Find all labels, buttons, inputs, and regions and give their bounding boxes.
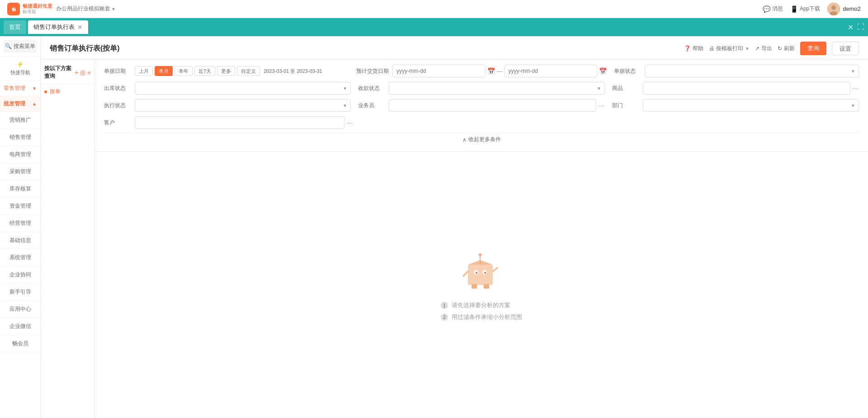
help-icon: ❓ [684,45,691,52]
search-menu-button[interactable]: 🔍 搜索菜单 [4,40,37,52]
scheme-dot [44,90,47,93]
message-icon: 💬 [763,5,770,13]
scheme-header: 按以下方案查询 + ◎ « [41,63,94,84]
svg-rect-5 [468,265,493,285]
collapse-scheme-icon[interactable]: « [87,69,91,76]
dept-label: 部门 [612,102,639,109]
doc-status-select[interactable] [645,65,859,77]
customer-more-icon[interactable]: ··· [346,119,353,126]
logo[interactable]: 畅 畅捷通好生意 标准版 [7,3,52,15]
sidebar-item-ecommerce[interactable]: 电商管理 [0,146,40,163]
tab-bar-right: ✕ ⛶ [848,23,864,32]
quick-date-custom[interactable]: 自定义 [237,66,260,76]
expected-date-range: 📅 — 📅 [392,65,607,77]
receipt-status-select-wrapper: ▼ [389,82,605,95]
logo-icon: 畅 [7,3,20,15]
svg-point-3 [831,5,836,10]
data-area: 按以下方案查询 + ◎ « 按单 [41,59,868,418]
message-action[interactable]: 💬 消息 [763,5,783,13]
out-status-select[interactable] [135,82,351,95]
quick-date-7days[interactable]: 近7天 [194,66,215,76]
salesperson-input[interactable] [389,99,596,112]
expected-date-from[interactable] [392,65,486,77]
empty-tip-2: 2 用过滤条件来缩小分析范围 [441,313,522,321]
empty-state-area: 1 请先选择要分析的方案 2 用过滤条件来缩小分析范围 [95,152,868,418]
sidebar-item-inventory[interactable]: 库存核算 [0,180,40,198]
sidebar-item-system[interactable]: 系统管理 [0,249,40,266]
quick-date-this-month[interactable]: 本月 [155,66,173,76]
exec-status-select[interactable] [135,99,351,112]
svg-point-11 [479,253,481,256]
tab-home[interactable]: 首页 [4,20,26,34]
doc-status-label: 单据状态 [614,67,641,75]
user-area[interactable]: demo2 [827,3,861,15]
empty-illustration [459,249,504,294]
tab-expand-icon[interactable]: ⛶ [857,23,864,31]
search-icon: 🔍 [5,43,12,49]
salesperson-more-icon[interactable]: ··· [598,102,605,109]
query-button[interactable]: 查询 [800,42,826,55]
svg-point-8 [476,272,477,274]
sidebar-item-enterprise[interactable]: 企业协同 [0,266,40,284]
tab-sales-order[interactable]: 销售订单执行表 ✕ [28,20,88,34]
chevron-up-icon: ▲ [32,101,37,106]
quick-date-last-month[interactable]: 上月 [135,66,153,76]
print-chevron-icon: ▼ [745,46,750,51]
sidebar-item-business[interactable]: 经营管理 [0,215,40,232]
add-scheme-icon[interactable]: + [75,69,78,76]
quick-date-buttons: 上月 本月 本年 近7天 更多 自定义 [135,66,260,76]
doc-status-select-wrapper: ▼ [645,65,859,77]
receipt-status-select[interactable] [389,82,605,95]
expected-date-to[interactable] [505,65,598,77]
goods-input[interactable] [643,82,850,95]
tab-close-window-icon[interactable]: ✕ [848,23,854,32]
out-status-label: 出库状态 [104,85,131,92]
print-icon: 🖨 [709,45,714,52]
goods-more-icon[interactable]: ··· [852,85,859,92]
sidebar-item-sales[interactable]: 销售管理 [0,129,40,146]
print-button[interactable]: 🖨 按模板打印 ▼ [709,45,750,52]
sidebar-item-appstore[interactable]: 应用中心 [0,301,40,318]
top-header: 畅 畅捷通好生意 标准版 办公用品行业模拟账套 ▾ 💬 消息 📱 App下载 [0,0,868,18]
sidebar-item-purchase[interactable]: 采购管理 [0,163,40,180]
data-scroll: 单据日期 上月 本月 本年 近7天 更多 自定义 20 [95,59,868,418]
sidebar-item-member[interactable]: 畅会员 [0,335,40,352]
svg-rect-14 [472,284,477,289]
goods-label: 商品 [612,85,639,92]
app-download-action[interactable]: 📱 App下载 [790,5,820,13]
help-button[interactable]: ❓ 帮助 [684,45,703,52]
refresh-icon: ↻ [778,45,782,52]
copy-scheme-icon[interactable]: ◎ [80,69,85,76]
customer-label: 客户 [104,119,131,127]
sidebar-item-finance[interactable]: 资金管理 [0,198,40,215]
sidebar-item-newuser[interactable]: 新手引导 [0,284,40,301]
calendar-to-icon[interactable]: 📅 [599,67,607,75]
logo-text: 畅捷通好生意 标准版 [23,3,52,14]
collapse-more-conditions[interactable]: ∧ 收起更多条件 [104,133,859,146]
sidebar-item-quick-nav[interactable]: ⚡ 快捷导航 [0,57,40,81]
chevron-down-icon: ▼ [32,86,37,91]
sidebar-item-retail[interactable]: 零售管理 ▼ [0,81,40,96]
tip-num-1: 1 [441,302,448,309]
quick-date-this-year[interactable]: 本年 [175,66,193,76]
tab-close-icon[interactable]: ✕ [77,24,83,30]
export-button[interactable]: ↗ 导出 [755,45,772,52]
date-label: 单据日期 [104,67,131,75]
refresh-button[interactable]: ↻ 刷新 [778,45,795,52]
sidebar-item-wechat[interactable]: 企业微信 [0,318,40,335]
sidebar-search-area: 🔍 搜索菜单 [0,36,40,57]
dept-select[interactable] [643,99,859,112]
svg-text:畅: 畅 [12,7,16,12]
settings-button[interactable]: 设置 [832,42,859,55]
inner-content: 单据日期 上月 本月 本年 近7天 更多 自定义 20 [95,59,868,418]
quick-date-more[interactable]: 更多 [217,66,235,76]
calendar-from-icon[interactable]: 📅 [487,67,495,75]
scheme-panel: 按以下方案查询 + ◎ « 按单 [41,59,95,418]
sidebar-item-marketing[interactable]: 营销推广 [0,112,40,129]
sidebar-item-wholesale[interactable]: 批发管理 ▲ [0,96,40,112]
scheme-item-by-order[interactable]: 按单 [41,84,94,99]
customer-input[interactable] [135,116,344,129]
sidebar-item-basic[interactable]: 基础信息 [0,232,40,249]
svg-point-9 [484,272,486,274]
avatar [827,3,840,15]
